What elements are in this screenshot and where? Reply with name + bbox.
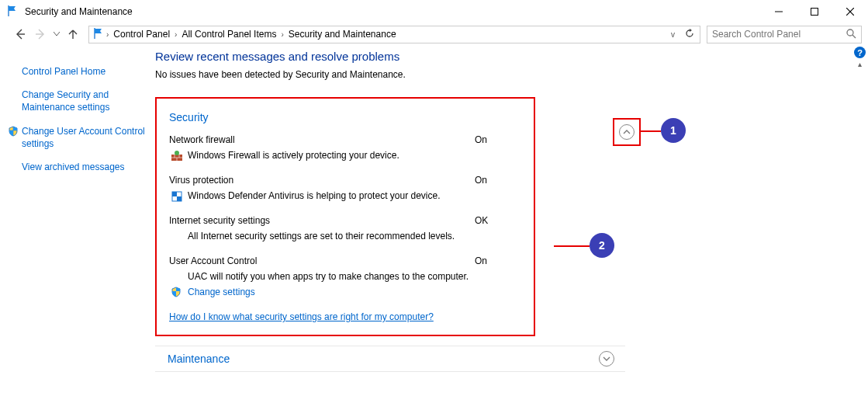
scroll-up-icon[interactable]: ▴ [858,60,862,68]
shield-icon [8,126,19,137]
item-status: OK [475,215,521,226]
item-desc: All Internet security settings are set t… [169,231,521,242]
annotation-label: 2 [599,239,605,252]
item-desc: Windows Defender Antivirus is helping to… [169,190,521,201]
security-section-title[interactable]: Security [169,111,209,123]
annotation-bubble-2: 2 [590,233,614,258]
item-desc: Windows Firewall is actively protecting … [169,150,521,161]
breadcrumb-security-maintenance[interactable]: Security and Maintenance [285,29,399,40]
maintenance-section[interactable]: Maintenance [155,346,625,372]
annotation-label: 1 [670,124,676,137]
nav-row: › Control Panel › All Control Panel Item… [0,23,868,45]
chevron-right-icon[interactable]: › [173,30,178,39]
item-network-firewall: Network firewall On Windows Firewall is … [169,134,521,161]
search-icon[interactable] [846,28,856,41]
shield-icon [171,287,182,300]
recent-dropdown[interactable] [51,25,62,43]
defender-icon [171,190,183,205]
firewall-icon [171,150,183,165]
search-input[interactable] [712,29,846,40]
item-desc: UAC will notify you when apps try to mak… [169,271,521,282]
page-subtext: No issues have been detected by Security… [155,69,821,80]
svg-rect-1 [811,9,818,16]
security-section: Security Network firewall On Windows Fir… [155,97,535,336]
svg-rect-15 [172,192,177,196]
maximize-button[interactable] [797,0,832,23]
item-label: Virus protection [169,175,475,186]
security-collapse-toggle-highlight [613,118,641,146]
item-status: On [475,255,521,266]
item-uac: User Account Control On UAC will notify … [169,255,521,297]
breadcrumb-all-items[interactable]: All Control Panel Items [178,29,279,40]
titlebar: Security and Maintenance [0,0,868,23]
up-button[interactable] [64,25,82,43]
item-desc-text: Windows Defender Antivirus is helping to… [188,190,441,201]
item-desc-text: Windows Firewall is actively protecting … [188,150,399,161]
sidebar-change-uac-settings[interactable]: Change User Account Control settings [8,125,155,150]
chevron-right-icon[interactable]: › [279,30,285,39]
refresh-button[interactable] [680,28,700,41]
sidebar-control-panel-home[interactable]: Control Panel Home [22,65,155,78]
item-label: User Account Control [169,255,475,266]
flag-icon [92,27,105,42]
item-status: On [475,134,521,145]
sidebar-item-label: Change User Account Control settings [22,126,145,149]
item-label: Network firewall [169,134,475,145]
right-gutter: ? ▴ [853,47,866,417]
item-status: On [475,175,521,186]
security-help-link[interactable]: How do I know what security settings are… [169,311,434,322]
maintenance-section-title: Maintenance [168,353,230,365]
chevron-down-icon[interactable] [599,351,614,367]
back-button[interactable] [11,25,29,43]
page-heading: Review recent messages and resolve probl… [155,50,821,63]
minimize-button[interactable] [761,0,797,23]
svg-point-6 [847,30,853,36]
search-box[interactable] [707,26,862,43]
item-label: Internet security settings [169,215,475,226]
close-button[interactable] [832,0,868,23]
annotation-connector-2 [554,245,590,247]
main-pane: Review recent messages and resolve probl… [155,50,852,417]
annotation-connector-1 [641,130,661,132]
chevron-right-icon[interactable]: › [105,30,110,39]
svg-rect-16 [177,196,182,201]
address-bar[interactable]: › Control Panel › All Control Panel Item… [88,26,700,43]
address-dropdown[interactable]: v [666,30,680,39]
window-title: Security and Maintenance [25,6,761,17]
sidebar-change-security-settings[interactable]: Change Security and Maintenance settings [22,89,155,113]
breadcrumb-control-panel[interactable]: Control Panel [110,29,173,40]
item-virus-protection: Virus protection On Windows Defender Ant… [169,175,521,201]
flag-icon [6,5,19,19]
item-internet-security: Internet security settings OK All Intern… [169,215,521,242]
forward-button[interactable] [31,25,50,43]
sidebar-view-archived[interactable]: View archived messages [22,161,155,173]
sidebar: Control Panel Home Change Security and M… [0,50,155,417]
chevron-up-icon[interactable] [619,124,635,140]
svg-line-7 [852,35,856,38]
svg-point-13 [175,151,179,155]
change-settings-label: Change settings [188,287,255,297]
help-icon[interactable]: ? [854,47,866,58]
change-settings-link[interactable]: Change settings [169,287,521,297]
annotation-bubble-1: 1 [661,118,686,143]
